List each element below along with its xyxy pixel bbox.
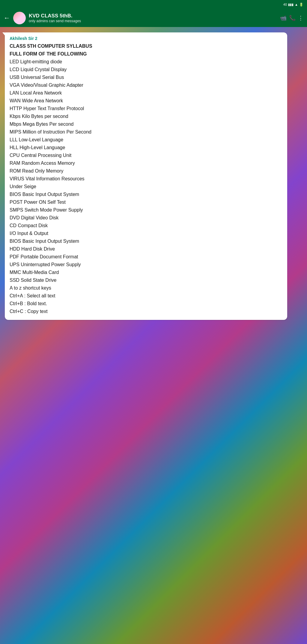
line-11: Mbps Mega Bytes Per second	[10, 121, 282, 128]
chat-title: KVD CLASS 5thB.	[29, 13, 277, 19]
line-4: LCD Liquid Crystal Display	[10, 66, 282, 73]
avatar-image	[13, 12, 26, 24]
message-bubble: Akhilesh Sir 2 CLASS 5TH COMPUTER SYLLAB…	[5, 32, 287, 320]
phone-container: 40 ▮▮▮ ▲ 🔋 ← KVD CLASS 5thB. only admins…	[0, 0, 307, 644]
line-28: PDF Portable Document Format	[10, 253, 282, 260]
status-icons: 40 ▮▮▮ ▲ 🔋	[283, 3, 303, 7]
line-15: CPU Central Processing Unit	[10, 152, 282, 159]
line-5: USB Universal Serial Bus	[10, 74, 282, 81]
chat-subtitle: only admins can send messages	[29, 19, 277, 23]
line-10: Kbps Kilo Bytes per second	[10, 113, 282, 120]
line-25: I/O Input & Output	[10, 230, 282, 237]
chat-area: Akhilesh Sir 2 CLASS 5TH COMPUTER SYLLAB…	[0, 27, 307, 644]
line-26: BIOS Basic Input Output System	[10, 238, 282, 245]
back-button[interactable]: ←	[4, 14, 10, 22]
sender-name: Akhilesh Sir 2	[10, 36, 282, 41]
line-29: UPS Uninterrupted Power Supply	[10, 261, 282, 268]
line-6: VGA Video/Visual Graphic Adapter	[10, 82, 282, 89]
message-content: CLASS 5TH COMPUTER SYLLABUS FULL FORM OF…	[10, 43, 282, 315]
signal-text: 40	[283, 3, 287, 6]
line-34: Ctrl+B : Bold text.	[10, 300, 282, 307]
video-call-icon[interactable]: 📹	[280, 15, 287, 21]
header-actions: 📹 📞 ⋮	[280, 15, 303, 21]
line-20: BIOS Basic Input Output System	[10, 191, 282, 198]
line-2: FULL FORM OF THE FOLLOWING	[10, 50, 282, 58]
line-17: ROM Read Only Memory	[10, 167, 282, 175]
avatar	[13, 12, 26, 24]
line-23: DVD Digital Video Disk	[10, 214, 282, 221]
line-24: CD Compact Disk	[10, 222, 282, 229]
menu-icon[interactable]: ⋮	[298, 15, 303, 21]
line-18: VIRUS Vital Information Resources	[10, 175, 282, 182]
signal-icon: ▮▮▮	[288, 3, 294, 7]
line-13: LLL Low-Level Language	[10, 136, 282, 143]
header-info: KVD CLASS 5thB. only admins can send mes…	[29, 13, 277, 23]
line-16: RAM Random Access Memory	[10, 160, 282, 167]
line-14: HLL High-Level Language	[10, 144, 282, 151]
line-22: SMPS Switch Mode Power Supply	[10, 206, 282, 214]
line-8: WAN Wide Area Network	[10, 97, 282, 104]
line-7: LAN Local Area Network	[10, 89, 282, 97]
line-21: POST Power ON Self Test	[10, 199, 282, 206]
line-35: Ctrl+C : Copy text	[10, 308, 282, 315]
battery-icon: 🔋	[299, 3, 303, 7]
wifi-icon: ▲	[295, 3, 298, 6]
status-bar: 40 ▮▮▮ ▲ 🔋	[0, 0, 307, 9]
line-33: Ctrl+A : Select all text	[10, 292, 282, 299]
line-32: A to z shortcut keys	[10, 284, 282, 292]
line-9: HTTP Hyper Text Transfer Protocol	[10, 105, 282, 112]
line-31: SSD Solid State Drive	[10, 277, 282, 284]
line-30: MMC Multi-Media Card	[10, 269, 282, 276]
line-1: CLASS 5TH COMPUTER SYLLABUS	[10, 43, 282, 50]
chat-header: ← KVD CLASS 5thB. only admins can send m…	[0, 9, 307, 27]
voice-call-icon[interactable]: 📞	[289, 15, 296, 21]
line-3: LED Light-emitting diode	[10, 58, 282, 65]
line-19: Under Seige	[10, 183, 282, 190]
line-27: HDD Hard Disk Drive	[10, 245, 282, 253]
line-12: MIPS Million of Instruction Per Second	[10, 128, 282, 136]
